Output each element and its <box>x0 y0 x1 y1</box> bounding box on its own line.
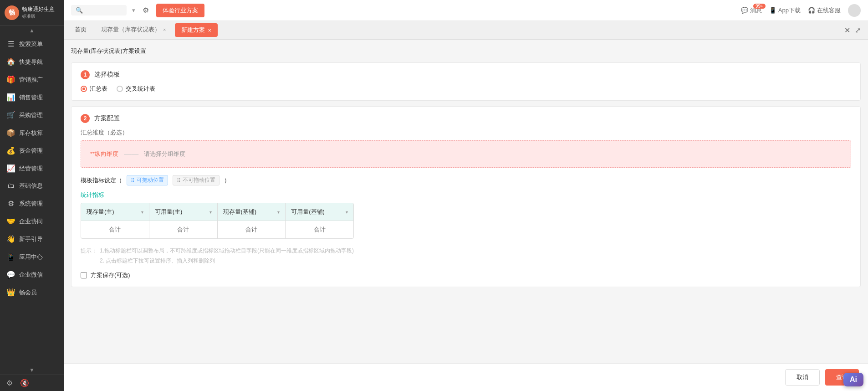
stat-col-2-label: 可用量(主) <box>155 208 183 216</box>
search-icon: 🔍 <box>76 7 83 14</box>
operation-icon: 📈 <box>6 164 15 173</box>
tab-new-close[interactable]: × <box>208 27 211 34</box>
radio-summary[interactable]: 汇总表 <box>81 85 107 93</box>
sidebar-item-app-center[interactable]: 📱 应用中心 <box>0 248 64 266</box>
stat-col-1[interactable]: 现存量(主) ▾ <box>81 203 149 221</box>
no-drag-label: 不可拖动位置 <box>183 176 215 184</box>
newbie-icon: 👋 <box>6 235 15 243</box>
dimension-required-label: **纵向维度 <box>90 150 118 158</box>
sidebar-item-label: 采购管理 <box>19 111 43 119</box>
stat-indicators-label: 统计指标 <box>81 191 851 199</box>
headset-icon: 🎧 <box>808 7 815 14</box>
ai-button[interactable]: Ai <box>843 373 863 386</box>
stat-cell-3: 合计 <box>218 221 286 238</box>
chevron-down-icon[interactable]: ▾ <box>132 7 135 14</box>
search-menu-icon: ☰ <box>6 40 15 48</box>
drag-label: 可拖动位置 <box>137 176 164 184</box>
settings-gear-button[interactable]: ⚙ <box>141 4 151 16</box>
online-service-button[interactable]: 🎧 在线客服 <box>808 6 841 15</box>
sidebar-item-label: 系统管理 <box>19 200 43 208</box>
dimension-inner: **纵向维度 —— 请选择分组维度 <box>90 150 842 158</box>
sidebar-item-label: 新手引导 <box>19 235 43 243</box>
indicator-setting-row: 模板指标设定（ ⠿ 可拖动位置 ⠿ 不可拖动位置 ） <box>81 175 851 185</box>
sidebar-item-system[interactable]: ⚙ 系统管理 <box>0 195 64 212</box>
sidebar-scroll-down[interactable]: ▼ <box>0 365 64 375</box>
sidebar-item-finance[interactable]: 💰 资金管理 <box>0 142 64 159</box>
sidebar-item-newbie[interactable]: 👋 新手引导 <box>0 230 64 248</box>
stat-col-4[interactable]: 可用量(基辅) ▾ <box>286 203 353 221</box>
section2-header: 2 方案配置 <box>81 114 851 123</box>
settings-icon[interactable]: ⚙ <box>6 379 13 387</box>
sidebar-item-label: 企业微信 <box>19 271 43 279</box>
tip-1-text: 1.拖动标题栏可以调整布局，不可跨维度或指标区域拖动栏目字段(只能在同一维度或指… <box>100 246 354 256</box>
stat-cell-4: 合计 <box>286 221 353 238</box>
sidebar-nav: ☰ 搜索菜单 🏠 快捷导航 🎁 营销推广 📊 销售管理 🛒 采购管理 📦 库存核… <box>0 35 64 365</box>
save-checkbox[interactable] <box>81 272 87 278</box>
sidebar-item-label: 基础信息 <box>19 182 43 190</box>
section1-header: 1 选择模板 <box>81 70 851 79</box>
save-option-label: 方案保存(可选) <box>91 271 130 279</box>
messages-button[interactable]: 💬 消息 99+ <box>741 6 762 15</box>
online-service-label: 在线客服 <box>817 6 841 15</box>
system-icon: ⚙ <box>6 199 15 208</box>
sound-icon[interactable]: 🔇 <box>20 379 29 387</box>
tab-home[interactable]: 首页 <box>67 21 94 39</box>
sidebar-item-sales[interactable]: 📊 销售管理 <box>0 88 64 106</box>
sidebar-item-label: 资金管理 <box>19 147 43 155</box>
close-icon: ✕ <box>844 26 850 34</box>
sidebar-item-basic-info[interactable]: 🗂 基础信息 <box>0 177 64 195</box>
purchase-icon: 🛒 <box>6 111 15 119</box>
messages-badge: 99+ <box>753 4 766 9</box>
chevron-down-3: ▾ <box>277 210 280 215</box>
section2-card: 2 方案配置 汇总维度（必选） **纵向维度 —— 请选择分组维度 模板指标设定… <box>71 106 861 287</box>
section2-title: 方案配置 <box>94 114 120 123</box>
sidebar-item-marketing[interactable]: 🎁 营销推广 <box>0 71 64 88</box>
stat-col-3[interactable]: 现存量(基辅) ▾ <box>218 203 286 221</box>
sidebar-item-search-menu[interactable]: ☰ 搜索菜单 <box>0 35 64 53</box>
app-download-button[interactable]: 📱 App下载 <box>769 6 801 15</box>
indicator-setting-suffix: ） <box>224 176 230 185</box>
radio-cross-circle <box>117 86 123 92</box>
tab-new-label: 新建方案 <box>181 26 205 34</box>
finance-icon: 💰 <box>6 146 15 155</box>
tabs-expand-icon[interactable]: ✕ ⤢ <box>841 22 864 38</box>
sidebar-item-label: 经营管理 <box>19 165 43 173</box>
radio-summary-circle <box>81 86 87 92</box>
search-input[interactable] <box>86 7 122 14</box>
main-area: 🔍 ▾ ⚙ 体验行业方案 💬 消息 99+ 📱 App下载 🎧 在线客服 <box>64 0 868 391</box>
sidebar-item-enterprise[interactable]: 🤝 企业协同 <box>0 212 64 230</box>
sidebar-item-vip[interactable]: 👑 畅会员 <box>0 283 64 301</box>
section1-number: 1 <box>81 70 90 79</box>
sidebar-item-label: 库存核算 <box>19 129 43 137</box>
sidebar-item-inventory[interactable]: 📦 库存核算 <box>0 124 64 142</box>
sidebar-item-purchase[interactable]: 🛒 采购管理 <box>0 106 64 124</box>
tab-new-scheme[interactable]: 新建方案 × <box>175 23 218 37</box>
sales-icon: 📊 <box>6 93 15 102</box>
no-drag-indicator: ⠿ 不可拖动位置 <box>173 175 220 185</box>
cancel-button[interactable]: 取消 <box>785 369 820 386</box>
section1-card: 1 选择模板 汇总表 交叉统计表 <box>71 62 861 101</box>
chevron-down-1: ▾ <box>141 210 143 215</box>
stat-col-2[interactable]: 可用量(主) ▾ <box>149 203 218 221</box>
radio-cross[interactable]: 交叉统计表 <box>117 85 155 93</box>
tab-inventory-close[interactable]: × <box>163 27 166 32</box>
sidebar-logo: 畅 畅康通好生意 标准版 <box>0 0 64 26</box>
tips-label: 提示： <box>81 246 97 256</box>
sidebar-item-label: 畅会员 <box>19 288 37 297</box>
sidebar-bottom: ⚙ 🔇 <box>0 375 64 391</box>
enterprise-icon: 🤝 <box>6 217 15 226</box>
industry-solution-button[interactable]: 体验行业方案 <box>156 4 204 17</box>
stat-table-body: 合计 合计 合计 合计 <box>81 221 353 238</box>
sidebar-item-operation[interactable]: 📈 经营管理 <box>0 159 64 177</box>
phone-icon: 📱 <box>769 7 776 14</box>
sidebar-item-wechat[interactable]: 💬 企业微信 <box>0 266 64 283</box>
tips-section: 提示： 1.拖动标题栏可以调整布局，不可跨维度或指标区域拖动栏目字段(只能在同一… <box>81 246 851 266</box>
user-avatar[interactable] <box>848 4 861 17</box>
stat-cell-2: 合计 <box>149 221 218 238</box>
sidebar-scroll-up[interactable]: ▲ <box>0 26 64 35</box>
sidebar-item-quick-nav[interactable]: 🏠 快捷导航 <box>0 53 64 71</box>
tab-inventory-status[interactable]: 现存量（库存状况表） × <box>94 21 173 39</box>
search-box[interactable]: 🔍 <box>71 5 127 15</box>
dimension-placeholder[interactable]: 请选择分组维度 <box>144 150 185 158</box>
tip-1: 提示： 1.拖动标题栏可以调整布局，不可跨维度或指标区域拖动栏目字段(只能在同一… <box>81 246 851 256</box>
